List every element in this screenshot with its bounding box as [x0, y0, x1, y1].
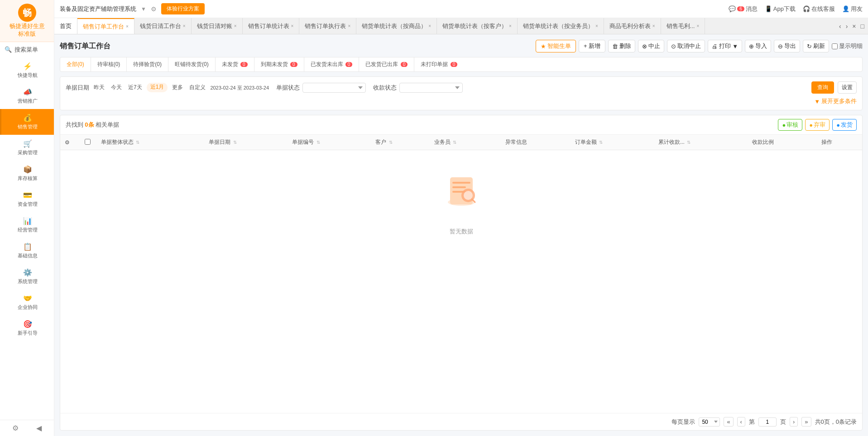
refresh-button[interactable]: ↻ 刷新 [803, 40, 829, 52]
next-page-btn[interactable]: › [790, 417, 798, 427]
select-all-checkbox[interactable] [85, 139, 91, 145]
sub-tab-sent-out[interactable]: 已发货已出库 0 [359, 57, 414, 71]
tab-sales-customer[interactable]: 销货单统计表（按客户） × [437, 18, 518, 34]
tab-expand-btn[interactable]: □ [859, 22, 866, 31]
th-settings[interactable]: ⚙ [60, 135, 78, 150]
filter-settings-button[interactable]: 设置 [838, 81, 857, 94]
tab-sales-margin-close[interactable]: × [696, 24, 699, 28]
topbar-dropdown-arrow[interactable]: ▼ [141, 6, 146, 12]
tab-cash-reconcile-close[interactable]: × [234, 24, 237, 28]
tab-cash-reconcile[interactable]: 钱货日清对账 × [192, 18, 243, 34]
sub-tab-not-printed[interactable]: 未打印单据 0 [414, 57, 464, 71]
tab-next-btn[interactable]: › [844, 22, 850, 31]
sub-tab-not-sent[interactable]: 未发货 0 [216, 57, 254, 71]
date-opt-7days[interactable]: 近7天 [126, 83, 144, 92]
tab-order-exec-close[interactable]: × [348, 24, 350, 28]
sidebar-item-sales[interactable]: 💰 销售管理 [0, 109, 54, 135]
tab-order-stats[interactable]: 销售订单统计表 × [243, 18, 300, 34]
customer-sort[interactable]: ⇅ [389, 140, 393, 145]
user-item[interactable]: 👤 用友 [842, 5, 863, 13]
tab-margin-close[interactable]: × [652, 24, 655, 28]
stop-button[interactable]: ⊗ 中止 [638, 40, 664, 52]
new-button[interactable]: + 新增 [579, 40, 605, 52]
tab-close-all-btn[interactable]: × [850, 22, 858, 31]
tab-home[interactable]: 首页 [54, 18, 77, 34]
tab-sales-staff-label: 销货单统计表（按业务员） [523, 22, 594, 30]
smart-generate-button[interactable]: ★ 智能生单 [536, 40, 576, 52]
topbar-gear-icon[interactable]: ⚙ [151, 5, 157, 13]
audit-button[interactable]: ● 审核 [778, 119, 802, 131]
tab-sales-product[interactable]: 销货单统计表（按商品） × [356, 18, 437, 34]
date-opt-yesterday[interactable]: 昨天 [92, 83, 106, 92]
status-select[interactable] [302, 83, 366, 93]
amount-sort[interactable]: ⇅ [599, 140, 603, 145]
tab-sales-staff-close[interactable]: × [595, 24, 598, 28]
send-button[interactable]: ● 发货 [832, 119, 857, 131]
payment-select[interactable] [399, 83, 463, 93]
sidebar-item-purchase[interactable]: 🛒 采购管理 [0, 135, 54, 161]
tab-order-stats-close[interactable]: × [291, 24, 294, 28]
sub-tab-pending-inspect[interactable]: 待择验货(0) [127, 57, 168, 71]
app-download-item[interactable]: 📱 App下载 [765, 5, 796, 13]
staff-sort[interactable]: ⇅ [453, 140, 456, 145]
sidebar-item-finance[interactable]: 💳 资金管理 [0, 186, 54, 212]
tab-sales-close[interactable]: × [126, 24, 129, 29]
payment-sort[interactable]: ⇅ [687, 140, 691, 145]
print-button[interactable]: 🖨 打印 ▼ [708, 40, 742, 52]
page-number-input[interactable] [758, 417, 777, 427]
tab-cash-daily-close[interactable]: × [183, 24, 186, 28]
sidebar-item-quick-nav[interactable]: ⚡ 快捷导航 [0, 57, 54, 83]
tab-order-exec[interactable]: 销售订单执行表 × [299, 18, 356, 34]
date-opt-today[interactable]: 今天 [109, 83, 124, 92]
solution-button[interactable]: 体验行业方案 [161, 3, 205, 14]
sidebar-item-management[interactable]: 📊 经营管理 [0, 212, 54, 238]
page-unit: 页 [780, 418, 786, 426]
query-button[interactable]: 查询 [811, 81, 834, 94]
cancel-stop-button[interactable]: ⊙ 取消中止 [667, 40, 705, 52]
sub-tab-wangpu[interactable]: 旺铺待发货(0) [168, 57, 216, 71]
first-page-btn[interactable]: « [724, 417, 733, 427]
date-sort[interactable]: ⇅ [233, 140, 237, 145]
tab-cash-daily[interactable]: 钱货日清工作台 × [134, 18, 192, 34]
tab-sales-workbench[interactable]: 销售订单工作台 × [77, 18, 134, 34]
tab-sales-customer-close[interactable]: × [509, 24, 512, 28]
sidebar-item-guide[interactable]: 🎯 新手引导 [0, 315, 54, 341]
sidebar-item-system[interactable]: ⚙️ 系统管理 [0, 264, 54, 289]
tab-margin[interactable]: 商品毛利分析表 × [604, 18, 661, 34]
sidebar-item-basic[interactable]: 📋 基础信息 [0, 238, 54, 264]
sub-tab-pending-audit[interactable]: 待审核(0) [91, 57, 127, 71]
date-opt-custom[interactable]: 自定义 [187, 83, 207, 92]
collapse-icon[interactable]: ◀ [36, 424, 42, 432]
export-button[interactable]: ⊖ 导出 [774, 40, 800, 52]
message-item[interactable]: 💬 6 消息 [729, 5, 758, 13]
th-checkbox[interactable] [78, 135, 96, 150]
date-opt-more[interactable]: 更多 [170, 83, 185, 92]
settings-bottom-icon[interactable]: ⚙ [12, 424, 19, 432]
status-sort[interactable]: ⇅ [136, 140, 139, 145]
tab-prev-btn[interactable]: ‹ [837, 22, 843, 31]
sub-tab-all[interactable]: 全部(0) [60, 57, 91, 71]
expand-button[interactable]: ▼ 展开更多条件 [814, 97, 857, 105]
sidebar-search[interactable]: 🔍 搜索菜单 [0, 42, 54, 57]
cancel-stop-icon: ⊙ [671, 43, 676, 50]
online-service-item[interactable]: 🎧 在线客服 [803, 5, 835, 13]
tab-cash-reconcile-label: 钱货日清对账 [197, 22, 232, 30]
cancel-audit-button[interactable]: ● 弃审 [805, 119, 830, 131]
show-detail-label[interactable]: 显示明细 [832, 42, 863, 50]
page-size-select[interactable]: 50 20 100 [699, 417, 720, 427]
sidebar-item-marketing[interactable]: 📣 营销推广 [0, 83, 54, 109]
import-button[interactable]: ⊕ 导入 [745, 40, 771, 52]
show-detail-checkbox[interactable] [832, 43, 838, 49]
tab-sales-product-close[interactable]: × [428, 24, 431, 28]
last-page-btn[interactable]: » [801, 417, 811, 427]
tab-sales-margin[interactable]: 销售毛利... × [661, 18, 705, 34]
date-opt-1month[interactable]: 近1月 [147, 83, 168, 92]
delete-button[interactable]: 🗑 删除 [608, 40, 635, 52]
sidebar-item-collab[interactable]: 🤝 企业协同 [0, 289, 54, 315]
sub-tab-overdue[interactable]: 到期未发货 0 [254, 57, 304, 71]
prev-page-btn[interactable]: ‹ [737, 417, 745, 427]
number-sort[interactable]: ⇅ [317, 140, 320, 145]
sub-tab-sent-not-out[interactable]: 已发货未出库 0 [304, 57, 360, 71]
sidebar-item-inventory[interactable]: 📦 库存核算 [0, 161, 54, 186]
tab-sales-staff[interactable]: 销货单统计表（按业务员） × [518, 18, 604, 34]
